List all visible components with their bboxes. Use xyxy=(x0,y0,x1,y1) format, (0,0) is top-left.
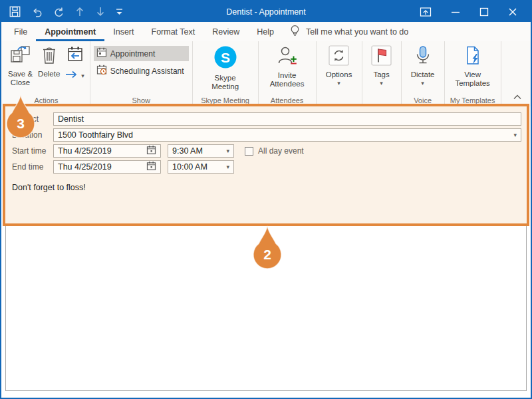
all-day-event-option[interactable]: All day event xyxy=(245,146,304,156)
appointment-view-button[interactable]: Appointment xyxy=(94,46,189,61)
all-day-event-checkbox[interactable] xyxy=(245,147,253,156)
end-time-row: End time Thu 4/25/2019 10:00 AM xyxy=(12,160,521,174)
scheduling-assistant-button[interactable]: Scheduling Assistant xyxy=(94,63,189,78)
start-time-value: 9:30 AM xyxy=(172,146,203,156)
options-label: Options xyxy=(326,70,352,80)
appointment-view-label: Appointment xyxy=(110,49,155,59)
skype-icon: S xyxy=(213,45,237,72)
ribbon-group-options: Options xyxy=(317,41,362,106)
dropdown-arrow-icon xyxy=(81,72,84,79)
annotation-badge-3-number: 3 xyxy=(17,116,25,131)
tab-appointment[interactable]: Appointment xyxy=(36,22,104,41)
end-time-input[interactable]: 10:00 AM xyxy=(168,160,234,174)
minimize-icon[interactable] xyxy=(451,7,460,17)
customize-quick-access-toolbar-icon[interactable] xyxy=(116,8,123,16)
ribbon-group-my-templates: View Templates My Templates xyxy=(445,41,501,106)
ribbon-group-tags: Tags xyxy=(362,41,402,106)
tags-button[interactable]: Tags xyxy=(369,43,394,86)
window-controls xyxy=(420,7,531,17)
ribbon-group-attendees: Invite Attendees Attendees xyxy=(259,41,317,106)
ribbon-group-skype: S Skype Meeting Skype Meeting xyxy=(193,41,259,106)
view-templates-icon xyxy=(463,45,483,68)
end-time-label: End time xyxy=(12,162,53,172)
view-templates-button[interactable]: View Templates xyxy=(453,43,491,88)
forward-arrow-icon xyxy=(65,70,78,81)
tell-me-box[interactable]: Tell me what you want to do xyxy=(289,22,408,41)
invite-attendees-icon xyxy=(277,45,298,69)
quick-access-toolbar xyxy=(1,6,123,18)
tab-review[interactable]: Review xyxy=(203,22,248,41)
ribbon-tabs: File Appointment Insert Format Text Revi… xyxy=(1,22,531,41)
start-date-input[interactable]: Thu 4/25/2019 xyxy=(53,144,161,158)
close-icon[interactable] xyxy=(508,7,517,17)
save-and-close-button[interactable]: Save & Close xyxy=(6,43,35,88)
appointment-window: Dentist - Appointment File Appointment I… xyxy=(0,0,532,399)
forward-button[interactable] xyxy=(63,43,86,80)
location-dropdown-arrow-icon[interactable] xyxy=(513,131,517,138)
invite-attendees-label-1: Invite xyxy=(278,71,297,80)
start-time-dropdown-arrow-icon[interactable] xyxy=(226,147,229,154)
tab-file[interactable]: File xyxy=(5,22,36,41)
invite-attendees-label-2: Attendees xyxy=(270,80,305,89)
location-input[interactable]: 1500 Toothfairy Blvd xyxy=(53,128,521,142)
skype-letter: S xyxy=(221,50,230,65)
undo-icon[interactable] xyxy=(31,6,43,18)
tab-insert[interactable]: Insert xyxy=(104,22,142,41)
dictate-label: Dictate xyxy=(411,70,435,80)
view-templates-label-1: View xyxy=(464,70,481,80)
lightbulb-icon xyxy=(289,25,301,39)
delete-button[interactable]: Delete xyxy=(36,43,62,78)
end-date-input[interactable]: Thu 4/25/2019 xyxy=(53,160,161,174)
maximize-icon[interactable] xyxy=(479,7,489,17)
location-row: Location 1500 Toothfairy Blvd xyxy=(12,128,521,142)
subject-value: Dentist xyxy=(58,114,84,124)
move-up-icon[interactable] xyxy=(74,6,85,17)
redo-icon[interactable] xyxy=(53,6,65,18)
tab-format-text[interactable]: Format Text xyxy=(143,22,204,41)
ribbon-group-voice: Dictate Voice xyxy=(402,41,445,106)
dropdown-arrow-icon xyxy=(421,79,424,86)
skype-meeting-button[interactable]: S Skype Meeting xyxy=(209,43,241,92)
date-picker-icon[interactable] xyxy=(146,161,156,173)
invite-attendees-button[interactable]: Invite Attendees xyxy=(268,43,307,89)
dictate-microphone-icon xyxy=(413,45,433,68)
scheduling-assistant-label: Scheduling Assistant xyxy=(110,66,184,76)
subject-input[interactable]: Dentist xyxy=(53,112,521,126)
skype-meeting-label-2: Meeting xyxy=(211,82,239,92)
options-icon xyxy=(329,45,349,68)
start-date-value: Thu 4/25/2019 xyxy=(58,146,112,156)
tab-help[interactable]: Help xyxy=(248,22,283,41)
options-button[interactable]: Options xyxy=(324,43,354,86)
tags-flag-icon xyxy=(371,45,392,68)
move-down-icon[interactable] xyxy=(95,6,106,17)
start-time-label: Start time xyxy=(12,146,53,156)
window-title: Dentist - Appointment xyxy=(226,7,306,17)
save-and-close-icon xyxy=(10,45,31,68)
start-time-input[interactable]: 9:30 AM xyxy=(168,144,234,158)
view-templates-label-2: Templates xyxy=(455,79,489,88)
save-and-close-label-2: Close xyxy=(11,78,30,88)
all-day-event-label: All day event xyxy=(258,146,304,156)
annotation-badge-2-number: 2 xyxy=(263,247,271,262)
dropdown-arrow-icon xyxy=(337,79,340,86)
end-date-value: Thu 4/25/2019 xyxy=(58,162,112,172)
ribbon: Save & Close Delete xyxy=(1,41,531,106)
collapse-ribbon-icon[interactable] xyxy=(512,91,523,103)
dictate-button[interactable]: Dictate xyxy=(409,43,437,86)
appointment-icon xyxy=(96,47,107,60)
end-time-dropdown-arrow-icon[interactable] xyxy=(226,163,229,170)
appointment-body-text[interactable]: Don't forget to floss! xyxy=(12,183,521,192)
skype-meeting-label-1: Skype xyxy=(215,74,236,83)
dropdown-arrow-icon xyxy=(380,79,383,86)
ribbon-display-options-icon[interactable] xyxy=(420,7,432,17)
appointment-form-highlight: Subject Dentist Location 1500 Toothfairy… xyxy=(3,104,529,226)
start-time-row: Start time Thu 4/25/2019 9:30 AM All day… xyxy=(12,144,521,158)
save-and-close-label-1: Save & xyxy=(8,70,33,79)
tags-label: Tags xyxy=(373,70,389,80)
save-icon[interactable] xyxy=(9,6,21,17)
scheduling-assistant-icon xyxy=(96,65,107,77)
date-picker-icon[interactable] xyxy=(146,145,156,157)
subject-row: Subject Dentist xyxy=(12,112,521,126)
delete-icon xyxy=(40,45,59,68)
tell-me-text: Tell me what you want to do xyxy=(306,27,408,37)
